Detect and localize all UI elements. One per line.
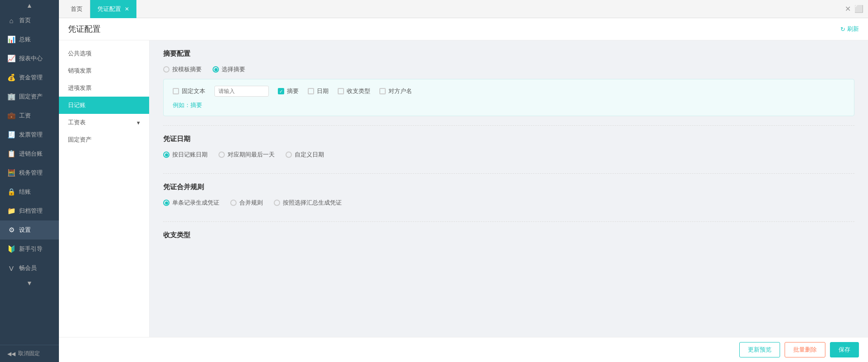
update-preview-button[interactable]: 更新预览: [739, 342, 780, 357]
home-icon: ⌂: [7, 17, 15, 24]
checkbox-box-date: [308, 88, 314, 94]
window-maximize-button[interactable]: ⬜: [854, 5, 863, 13]
radio-summary-by-selection[interactable]: 按照选择汇总生成凭证: [274, 199, 342, 207]
fixed-text-input[interactable]: [214, 86, 269, 97]
sidebar-scroll-down[interactable]: ▼: [0, 278, 59, 289]
save-button[interactable]: 保存: [830, 342, 859, 357]
checkbox-box-counterpart: [379, 88, 386, 94]
left-nav-purchase-invoice[interactable]: 进项发票: [59, 79, 149, 97]
refresh-button[interactable]: ↻ 刷新: [840, 25, 859, 33]
member-icon: V: [7, 264, 15, 272]
right-content: 摘要配置 按模板摘要 选择摘要: [150, 40, 868, 337]
reports-icon: 📈: [7, 54, 15, 63]
sidebar-item-reports[interactable]: 📈 报表中心: [0, 49, 59, 68]
voucher-date-title: 凭证日期: [163, 135, 854, 143]
radio-circle-last-day: [218, 152, 225, 158]
radio-circle-journal-date: [163, 152, 170, 158]
content-layout: 公共选项 销项发票 进项发票 日记账 工资表 ▾ 固定资产: [59, 40, 868, 337]
sidebar-item-archive[interactable]: 📁 归档管理: [0, 201, 59, 220]
radio-circle-summary-by-selection: [274, 200, 280, 206]
summary-config-box: 固定文本 ✓ 摘要 日期: [163, 79, 854, 116]
purchase-icon: 📋: [7, 150, 15, 158]
main-area: 首页 凭证配置 ✕ ✕ ⬜ 凭证配置 ↻ 刷新 公共选项: [59, 0, 868, 362]
sidebar-scroll-up[interactable]: ▲: [0, 0, 59, 11]
sidebar-item-invoices[interactable]: 🧾 发票管理: [0, 125, 59, 144]
sidebar-item-home[interactable]: ⌂ 首页: [0, 11, 59, 30]
radio-single-record[interactable]: 单条记录生成凭证: [163, 199, 219, 207]
summary-radio-group: 按模板摘要 选择摘要: [163, 65, 854, 73]
radio-template-summary[interactable]: 按模板摘要: [163, 65, 202, 73]
checkbox-box-income-type: [338, 88, 344, 94]
bottom-action-bar: 更新预览 批量删除 保存: [59, 337, 868, 362]
merge-rules-title: 凭证合并规则: [163, 183, 854, 191]
checkbox-date[interactable]: 日期: [308, 87, 329, 95]
radio-last-day[interactable]: 对应期间最后一天: [218, 151, 275, 159]
summary-config-title: 摘要配置: [163, 49, 854, 58]
pin-icon: ◀◀: [7, 351, 15, 357]
page-content: 凭证配置 ↻ 刷新 公共选项 销项发票 进项发票 日记账: [59, 18, 868, 362]
salary-icon: 💼: [7, 112, 15, 120]
merge-rules-section: 凭证合并规则 单条记录生成凭证 合并规则 按照选择汇总生成凭证: [163, 183, 854, 222]
radio-circle-select: [213, 66, 219, 73]
batch-delete-button[interactable]: 批量删除: [785, 342, 825, 357]
left-nav-sales-invoice[interactable]: 销项发票: [59, 62, 149, 79]
checkbox-box-summary: ✓: [278, 88, 284, 94]
radio-custom-date[interactable]: 自定义日期: [286, 151, 324, 159]
sidebar: ▲ ⌂ 首页 📊 总账 📈 报表中心 💰 资金管理 🏢 固定资产 💼 工资 🧾 …: [0, 0, 59, 362]
income-type-title: 收支类型: [163, 231, 854, 240]
window-controls: ✕ ⬜: [845, 5, 863, 13]
archive-icon: 📁: [7, 207, 15, 215]
checkbox-fixed-text[interactable]: 固定文本: [173, 87, 205, 95]
tab-home[interactable]: 首页: [63, 0, 90, 18]
sidebar-unpin-button[interactable]: ◀◀ 取消固定: [0, 345, 59, 362]
sidebar-item-ledger[interactable]: 📊 总账: [0, 30, 59, 49]
sidebar-item-salary[interactable]: 💼 工资: [0, 106, 59, 125]
settings-icon: ⚙: [7, 226, 15, 234]
left-nav-fixed-assets[interactable]: 固定资产: [59, 131, 149, 148]
ledger-icon: 📊: [7, 35, 15, 44]
tab-bar: 首页 凭证配置 ✕ ✕ ⬜: [59, 0, 868, 18]
radio-merge-rules[interactable]: 合并规则: [230, 199, 263, 207]
radio-select-summary[interactable]: 选择摘要: [213, 65, 245, 73]
checkbox-counterpart[interactable]: 对方户名: [379, 87, 412, 95]
voucher-date-radio-group: 按日记账日期 对应期间最后一天 自定义日期: [163, 151, 854, 159]
radio-circle-custom-date: [286, 152, 292, 158]
checkbox-box-fixed-text: [173, 88, 179, 94]
sidebar-item-assets[interactable]: 🏢 固定资产: [0, 87, 59, 106]
guide-icon: 🔰: [7, 245, 15, 253]
page-header: 凭证配置 ↻ 刷新: [59, 18, 868, 40]
sidebar-item-closing[interactable]: 🔒 结账: [0, 182, 59, 201]
summary-checkboxes: 固定文本 ✓ 摘要 日期: [173, 86, 845, 97]
window-close-button[interactable]: ✕: [845, 5, 851, 13]
left-nav-payroll[interactable]: 工资表 ▾: [59, 114, 149, 131]
sidebar-item-settings[interactable]: ⚙ 设置: [0, 220, 59, 240]
sidebar-item-tax[interactable]: 🧮 税务管理: [0, 163, 59, 182]
income-type-section: 收支类型: [163, 231, 854, 256]
sidebar-item-capital[interactable]: 💰 资金管理: [0, 68, 59, 87]
left-nav: 公共选项 销项发票 进项发票 日记账 工资表 ▾ 固定资产: [59, 40, 150, 337]
chevron-down-icon: ▾: [137, 119, 140, 126]
tab-close-button[interactable]: ✕: [125, 6, 129, 12]
checkbox-summary[interactable]: ✓ 摘要: [278, 87, 299, 95]
tax-icon: 🧮: [7, 169, 15, 177]
radio-by-journal-date[interactable]: 按日记账日期: [163, 151, 208, 159]
refresh-icon: ↻: [840, 26, 845, 33]
radio-circle-merge-rules: [230, 200, 237, 206]
left-nav-journal[interactable]: 日记账: [59, 97, 149, 114]
sidebar-item-guide[interactable]: 🔰 新手引导: [0, 240, 59, 259]
summary-config-section: 摘要配置 按模板摘要 选择摘要: [163, 49, 854, 126]
summary-example: 例如：摘要: [173, 101, 845, 109]
voucher-date-section: 凭证日期 按日记账日期 对应期间最后一天 自定义日期: [163, 135, 854, 174]
capital-icon: 💰: [7, 73, 15, 82]
tab-voucher-config[interactable]: 凭证配置 ✕: [90, 0, 136, 18]
radio-circle-single-record: [163, 200, 170, 206]
sidebar-item-purchase[interactable]: 📋 进销台账: [0, 144, 59, 163]
invoices-icon: 🧾: [7, 131, 15, 139]
assets-icon: 🏢: [7, 93, 15, 101]
sidebar-item-member[interactable]: V 畅会员: [0, 259, 59, 278]
page-title: 凭证配置: [68, 24, 101, 34]
closing-icon: 🔒: [7, 188, 15, 196]
checkbox-income-type[interactable]: 收支类型: [338, 87, 370, 95]
radio-circle-template: [163, 66, 170, 73]
left-nav-public[interactable]: 公共选项: [59, 45, 149, 62]
